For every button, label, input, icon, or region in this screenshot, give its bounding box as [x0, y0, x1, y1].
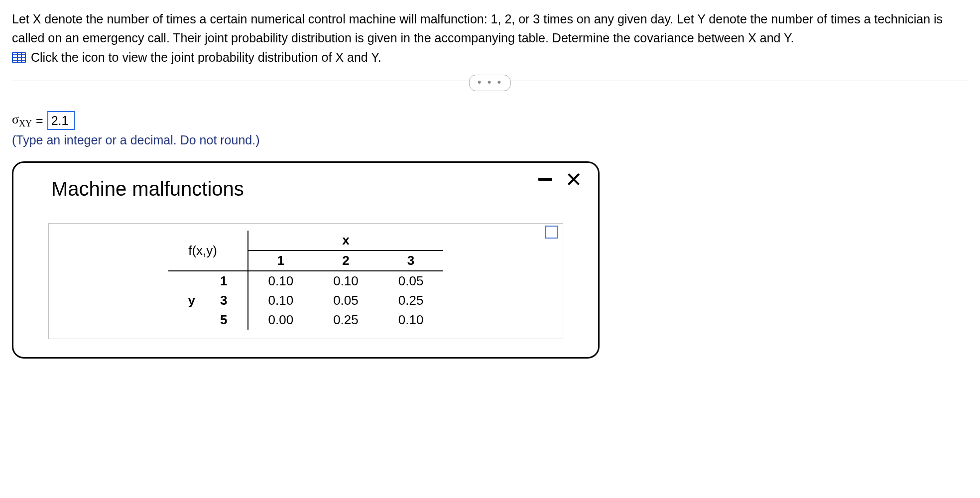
x-header: x	[248, 231, 444, 250]
joint-distribution-table: f(x,y) x 1 2 3 y 1 0.10 0.10 0.05 3 0.10…	[168, 231, 444, 330]
x-value: 2	[313, 250, 378, 271]
distribution-popup: Machine malfunctions f(x,y) x 1 2 3 y 1 …	[12, 161, 600, 359]
y-value: 1	[200, 271, 247, 291]
problem-statement: Let X denote the number of times a certa…	[12, 10, 968, 47]
y-value: 3	[200, 291, 247, 310]
table-cell: 0.05	[313, 291, 378, 310]
copy-icon[interactable]	[547, 228, 558, 239]
x-value: 3	[378, 250, 444, 271]
popup-title: Machine malfunctions	[51, 178, 563, 200]
sigma-symbol: σXY	[12, 112, 32, 129]
equals-sign: =	[36, 114, 43, 128]
fxy-label: f(x,y)	[168, 231, 248, 271]
table-cell: 0.05	[378, 271, 444, 291]
input-hint: (Type an integer or a decimal. Do not ro…	[12, 133, 968, 147]
table-cell: 0.25	[378, 291, 444, 310]
close-icon[interactable]	[566, 172, 581, 187]
table-cell: 0.00	[248, 310, 314, 330]
distribution-link-row[interactable]: Click the icon to view the joint probabi…	[12, 50, 968, 65]
distribution-card: f(x,y) x 1 2 3 y 1 0.10 0.10 0.05 3 0.10…	[48, 223, 563, 339]
y-value: 5	[200, 310, 247, 330]
y-header: y	[168, 271, 200, 330]
divider-pill[interactable]: • • •	[469, 75, 511, 91]
covariance-input[interactable]	[47, 111, 75, 130]
minimize-icon[interactable]	[538, 178, 552, 181]
table-cell: 0.10	[313, 271, 378, 291]
table-cell: 0.10	[378, 310, 444, 330]
table-cell: 0.10	[248, 271, 314, 291]
answer-row: σXY =	[12, 111, 968, 130]
distribution-link-text: Click the icon to view the joint probabi…	[31, 50, 381, 65]
table-icon	[12, 52, 26, 63]
section-divider: • • •	[12, 81, 968, 81]
table-cell: 0.10	[248, 291, 314, 310]
table-cell: 0.25	[313, 310, 378, 330]
x-value: 1	[248, 250, 314, 271]
